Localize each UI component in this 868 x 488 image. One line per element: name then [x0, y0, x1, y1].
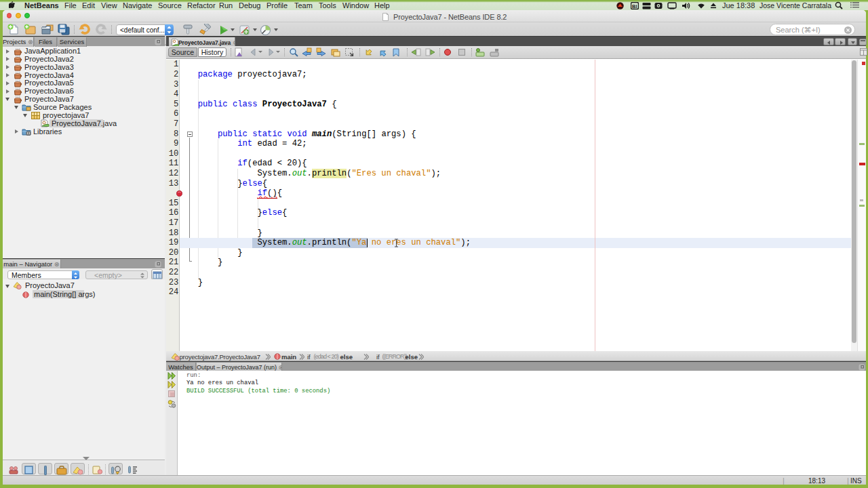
svg-text:Bl: Bl [632, 3, 637, 9]
